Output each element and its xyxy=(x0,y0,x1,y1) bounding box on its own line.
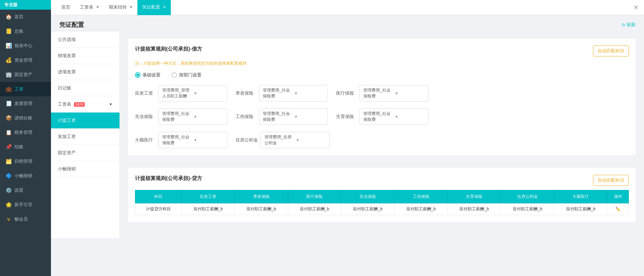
select-major-medical[interactable]: 管理费用_社会保险费 ▼ xyxy=(158,132,227,148)
sidebar-items: 🏠 首页 📒 总账 📊 报表中心 💰 资金管理 🏢 固定资产 💼 工资 🧾 发票… xyxy=(0,10,51,226)
radio-basic-circle xyxy=(135,72,141,78)
radio-group: 基础设置 按部门设置 xyxy=(135,72,629,78)
left-menu-item-fixed-assets[interactable]: 固定资产 xyxy=(51,145,120,161)
cell-unemployment-val: 应付职工薪酬_b xyxy=(341,203,395,215)
xiao-chang-report-icon: 🔷 xyxy=(6,173,12,179)
sidebar-item-invoice[interactable]: 🧾 发票管理 xyxy=(0,96,51,111)
left-menu-item-salary-table[interactable]: 工资表 NEW ▼ xyxy=(51,96,120,113)
cell-action[interactable]: ✏️ xyxy=(607,203,629,215)
select-injury[interactable]: 管理费用_社会保险费 ▼ xyxy=(259,108,328,125)
form-item-unemployment: 失业保险 管理费用_社会保险费 ▼ xyxy=(135,108,227,125)
select-salary-arrow-icon: ▼ xyxy=(194,91,224,95)
form-item-salary: 应发工资 管理费用_管理人员职工薪酬 ▼ xyxy=(135,85,227,102)
select-salary[interactable]: 管理费用_管理人员职工薪酬 ▼ xyxy=(158,85,227,102)
tab-period-closing[interactable]: 期末结转 ✕ xyxy=(104,0,137,15)
sidebar-item-archive[interactable]: 🗂️ 归档管理 xyxy=(0,154,51,169)
left-menu-item-xiao-chang[interactable]: 小畅报销 xyxy=(51,161,120,177)
section1-title: 计提核算规则(公司承担)-借方 xyxy=(135,46,202,52)
credit-table: 科目 应发工资 养老保险 医疗保险 失业保险 工伤保险 生育保险 住房公积金 大… xyxy=(135,190,629,215)
section2-title: 计提核算规则(公司承担)-贷方 xyxy=(135,175,202,182)
select-medical-arrow-icon: ▼ xyxy=(395,91,425,95)
select-injury-arrow-icon: ▼ xyxy=(294,115,324,119)
col-medical: 医疗保险 xyxy=(288,190,341,203)
form-rows: 应发工资 管理费用_管理人员职工薪酬 ▼ 养老保险 管理费用_社会保险费 xyxy=(135,85,629,148)
refresh-button[interactable]: ↻ 刷新 xyxy=(622,22,636,28)
close-main-btn[interactable]: ✕ xyxy=(633,4,638,11)
form-item-pension: 养老保险 管理费用_社会保险费 ▼ xyxy=(236,85,328,102)
page-header: 凭证配置 ↻ 刷新 xyxy=(51,15,644,32)
col-salary: 应发工资 xyxy=(181,190,235,203)
sidebar-item-xiao-chang-report[interactable]: 🔷 小畅报销 xyxy=(0,169,51,183)
section-divider xyxy=(128,162,636,162)
invoice-icon: 🧾 xyxy=(6,100,12,107)
sidebar-item-report-center[interactable]: 📊 报表中心 xyxy=(0,39,51,53)
tab-salary-table-close[interactable]: ✕ xyxy=(96,5,99,9)
tab-home[interactable]: 首页 xyxy=(56,0,75,15)
section-credit: 计提核算规则(公司承担)-贷方 自动匹配科目 科目 应发工资 养老保险 医疗保险… xyxy=(128,168,636,222)
left-menu-item-public-options[interactable]: 公共选项 xyxy=(51,32,120,48)
funds-icon: 💰 xyxy=(6,57,12,63)
select-major-medical-arrow-icon: ▼ xyxy=(194,138,224,142)
guide-icon: 🌟 xyxy=(6,202,12,208)
cell-injury-val: 应付职工薪酬_b xyxy=(394,203,448,215)
cell-medical-val: 应付职工薪酬_b xyxy=(288,203,341,215)
sidebar-item-funds[interactable]: 💰 资金管理 xyxy=(0,53,51,67)
sidebar-item-general-ledger[interactable]: 📒 总账 xyxy=(0,24,51,39)
form-item-major-medical: 大额医疗 管理费用_社会保险费 ▼ xyxy=(135,132,227,148)
col-maternity: 生育保险 xyxy=(448,190,501,203)
tab-salary-table[interactable]: 工资表 ✕ xyxy=(75,0,104,15)
report-icon: 📊 xyxy=(6,43,12,49)
archive-icon: 🗂️ xyxy=(6,158,12,164)
form-item-maternity: 生育保险 管理费用_社会保险费 ▼ xyxy=(336,108,428,125)
sidebar-item-member[interactable]: V 畅会员 xyxy=(0,212,51,226)
left-menu-item-journal[interactable]: 日记账 xyxy=(51,80,120,96)
home-icon: 🏠 xyxy=(6,14,12,20)
fixed-assets-icon: 🏢 xyxy=(6,72,12,78)
cell-major-medical-val: 应付职工薪酬_b xyxy=(554,203,607,215)
tab-period-closing-close[interactable]: ✕ xyxy=(129,5,133,9)
radio-basic[interactable]: 基础设置 xyxy=(135,72,160,78)
col-action: 操作 xyxy=(607,190,629,203)
sidebar-item-home[interactable]: 🏠 首页 xyxy=(0,10,51,24)
sidebar-item-salary[interactable]: 💼 工资 xyxy=(0,82,51,96)
left-menu-item-sales-invoice[interactable]: 销项发票 xyxy=(51,48,120,64)
sidebar-item-guide[interactable]: 🌟 新手引导 xyxy=(0,198,51,212)
page-title: 凭证配置 xyxy=(59,21,84,29)
cell-pension-val: 应付职工薪酬_b xyxy=(235,203,288,215)
select-unemployment[interactable]: 管理费用_社会保险费 ▼ xyxy=(158,108,227,125)
cell-salary-val: 应付职工薪酬_b xyxy=(181,203,235,215)
left-menu-item-accrual-salary[interactable]: 计提工资 xyxy=(51,113,120,129)
left-menu-item-pay-salary[interactable]: 发放工资 xyxy=(51,129,120,145)
auto-match-debit-button[interactable]: 自动匹配科目 xyxy=(593,45,629,56)
purchase-sales-icon: 📦 xyxy=(6,115,12,121)
sidebar-item-fixed-assets[interactable]: 🏢 固定资产 xyxy=(0,67,51,82)
left-menu-item-purchase-invoice[interactable]: 进项发票 xyxy=(51,64,120,80)
cell-housing-val: 应付职工薪酬_b xyxy=(501,203,554,215)
content-body: 公共选项 销项发票 进项发票 日记账 工资表 NEW ▼ xyxy=(51,32,644,238)
select-housing-fund-arrow-icon: ▼ xyxy=(296,138,326,142)
sidebar-item-tax[interactable]: 📋 税务管理 xyxy=(0,125,51,140)
sidebar-item-settings[interactable]: ⚙️ 设置 xyxy=(0,183,51,198)
sidebar: 专业版 🏠 首页 📒 总账 📊 报表中心 💰 资金管理 🏢 固定资产 💼 工资 … xyxy=(0,0,51,276)
cell-subject: 计提贷方科目 xyxy=(135,203,181,215)
tab-voucher-config[interactable]: 凭证配置 ✕ xyxy=(137,0,171,15)
closing-icon: 📌 xyxy=(6,144,12,150)
select-housing-fund[interactable]: 管理费用_住房公积金 ▼ xyxy=(261,132,330,148)
select-maternity[interactable]: 管理费用_社会保险费 ▼ xyxy=(360,108,428,125)
select-medical[interactable]: 管理费用_社会保险费 ▼ xyxy=(360,85,428,102)
auto-match-credit-button[interactable]: 自动匹配科目 xyxy=(593,175,629,186)
tab-voucher-config-close[interactable]: ✕ xyxy=(163,5,166,9)
select-pension[interactable]: 管理费用_社会保险费 ▼ xyxy=(259,85,328,102)
col-injury: 工伤保险 xyxy=(394,190,448,203)
ledger-icon: 📒 xyxy=(6,28,12,34)
right-content: 计提核算规则(公司承担)-借方 自动匹配科目 注：只能选择一种方式，系统将按照您… xyxy=(120,32,644,238)
table-header-row: 科目 应发工资 养老保险 医疗保险 失业保险 工伤保险 生育保险 住房公积金 大… xyxy=(135,190,629,203)
salary-icon: 💼 xyxy=(6,86,12,92)
radio-by-dept-circle xyxy=(172,72,177,78)
section-debit: 计提核算规则(公司承担)-借方 自动匹配科目 注：只能选择一种方式，系统将按照您… xyxy=(128,39,636,155)
member-icon: V xyxy=(6,216,12,222)
radio-by-dept[interactable]: 按部门设置 xyxy=(172,72,201,78)
sidebar-item-purchase-sales[interactable]: 📦 进销台账 xyxy=(0,111,51,125)
form-row-3: 大额医疗 管理费用_社会保险费 ▼ 住房公积金 管理费用_住房公积金 xyxy=(135,132,629,148)
sidebar-item-closing[interactable]: 📌 结账 xyxy=(0,140,51,154)
